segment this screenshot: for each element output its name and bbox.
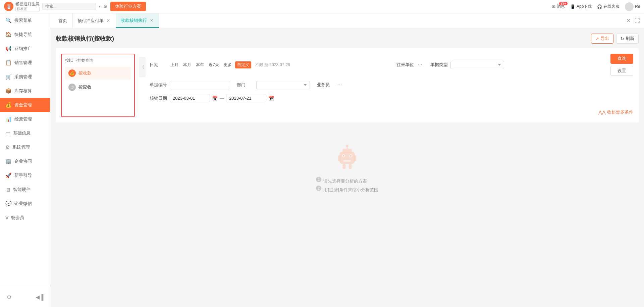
member-icon: V bbox=[5, 215, 8, 220]
date-link-thisyear[interactable]: 本年 bbox=[195, 61, 205, 68]
page-content: 收款核销执行(按收款) ↗ 导出 ↻ 刷新 按以下方案查询 bbox=[50, 28, 644, 307]
search-icon: 🔍 bbox=[5, 17, 12, 23]
query-button[interactable]: 查询 bbox=[610, 54, 633, 64]
svg-rect-11 bbox=[343, 164, 346, 169]
sidebar-item-guide[interactable]: 🚀 新手引导 bbox=[0, 168, 50, 183]
filter-option-by-receivable[interactable]: ⏱ 按应收 bbox=[65, 81, 131, 94]
avatar bbox=[625, 2, 634, 11]
collapse-filter-button[interactable]: 《 bbox=[139, 57, 146, 77]
sidebar-item-label: 基础信息 bbox=[13, 130, 31, 136]
settings-bottom-icon[interactable]: ⚙ bbox=[3, 290, 15, 304]
sidebar-item-label: 畅会员 bbox=[11, 215, 24, 221]
page-title: 收款核销执行(按收款) bbox=[56, 35, 114, 43]
tip-num-2: 2 bbox=[316, 186, 321, 191]
sidebar-item-sales[interactable]: 📋 销售管理 bbox=[0, 56, 50, 70]
refresh-label: 刷新 bbox=[626, 36, 634, 42]
sidebar-item-marketing[interactable]: 📢 营销推广 bbox=[0, 42, 50, 56]
export-button[interactable]: ↗ 导出 bbox=[591, 34, 613, 44]
receivable-option-icon: ⏱ bbox=[68, 84, 76, 91]
docno-input[interactable] bbox=[170, 81, 230, 89]
solution-button[interactable]: 休验行业方案 bbox=[110, 2, 146, 11]
collapse-sidebar-icon[interactable]: ◀▐ bbox=[32, 290, 47, 304]
sidebar-item-system[interactable]: ⚙ 系统管理 bbox=[0, 140, 50, 154]
sidebar-item-inventory[interactable]: 📦 库存核算 bbox=[0, 84, 50, 98]
sidebar-item-enterprise[interactable]: 🏢 企业协同 bbox=[0, 154, 50, 168]
sidebar-item-purchase[interactable]: 🛒 采购管理 bbox=[0, 70, 50, 84]
search-input[interactable] bbox=[42, 3, 96, 10]
sidebar-item-basic-info[interactable]: 🗃 基础信息 bbox=[0, 126, 50, 140]
message-button[interactable]: ✉ 消息 99+ bbox=[552, 4, 565, 9]
chevron-down-icon[interactable]: ▾ bbox=[99, 4, 101, 9]
doctype-filter-item: 单据类型 bbox=[430, 61, 504, 69]
online-service-label: 在线客服 bbox=[603, 4, 620, 9]
hardware-icon: 🖥 bbox=[5, 187, 10, 193]
calendar-end-icon[interactable]: 📅 bbox=[268, 96, 274, 101]
export-icon: ↗ bbox=[595, 36, 599, 41]
date-link-custom[interactable]: 自定义 bbox=[235, 61, 251, 68]
sidebar-item-label: 快捷导航 bbox=[14, 32, 32, 38]
sidebar-item-finance[interactable]: 💰 资金管理 bbox=[0, 98, 50, 112]
refresh-button[interactable]: ↻ 刷新 bbox=[616, 34, 639, 44]
collapse-more-button[interactable]: ⋀⋀ 收起更多条件 bbox=[150, 107, 633, 117]
date-label: 日期 bbox=[150, 62, 166, 68]
date-link-lastmonth[interactable]: 上月 bbox=[169, 61, 180, 68]
receivable-option-label: 按应收 bbox=[78, 84, 92, 90]
svg-rect-8 bbox=[343, 160, 351, 162]
close-tab-button[interactable]: ✕ bbox=[625, 16, 632, 25]
svg-rect-12 bbox=[349, 164, 352, 169]
tabs-left: 首页 预付冲应付单 ✕ 收款核销执行 ✕ bbox=[53, 13, 159, 28]
doctype-select[interactable] bbox=[450, 61, 504, 69]
date-link-7days[interactable]: 近7天 bbox=[207, 61, 220, 68]
tab-prepay[interactable]: 预付冲应付单 ✕ bbox=[72, 13, 116, 28]
export-label: 导出 bbox=[600, 36, 609, 42]
verify-date-label: 核销日期 bbox=[150, 95, 167, 101]
verify-date-end-input[interactable] bbox=[226, 94, 266, 102]
verify-date-range: 📅 — 📅 bbox=[170, 94, 274, 102]
staff-dots-icon[interactable]: ··· bbox=[336, 81, 343, 89]
sidebar-item-search[interactable]: 🔍 搜索菜单 bbox=[0, 13, 50, 28]
message-icon: ✉ bbox=[552, 4, 555, 9]
sidebar-item-wechat[interactable]: 💬 企业微信 bbox=[0, 197, 50, 211]
tab-label: 收款核销执行 bbox=[121, 17, 147, 23]
sidebar-item-member[interactable]: V 畅会员 bbox=[0, 211, 50, 225]
filter-conditions: 日期 上月 本月 本年 近7天 更多 自定义 不限 至 2023-07-26 bbox=[150, 54, 633, 117]
page-header: 收款核销执行(按收款) ↗ 导出 ↻ 刷新 bbox=[56, 34, 639, 44]
staff-filter-item: 业务员 ··· bbox=[317, 81, 343, 89]
filter-option-by-receipt[interactable]: 💰 按收款 bbox=[65, 67, 131, 80]
svg-point-3 bbox=[346, 145, 348, 147]
online-service-button[interactable]: 🎧 在线客服 bbox=[597, 4, 620, 9]
purchase-icon: 🛒 bbox=[5, 74, 12, 80]
expand-tab-button[interactable]: ⛶ bbox=[633, 16, 641, 25]
user-area[interactable]: Rit bbox=[625, 2, 640, 11]
message-badge: 99+ bbox=[559, 2, 568, 5]
sidebar-item-label: 库存核算 bbox=[14, 88, 32, 94]
tab-receipt-verify[interactable]: 收款核销执行 ✕ bbox=[116, 13, 159, 28]
sidebar-item-hardware[interactable]: 🖥 智能硬件 bbox=[0, 183, 50, 197]
verify-date-start-input[interactable] bbox=[170, 94, 210, 102]
date-link-more[interactable]: 更多 bbox=[222, 61, 233, 68]
filter-scheme-title: 按以下方案查询 bbox=[65, 58, 131, 63]
tab-close-icon[interactable]: ✕ bbox=[106, 18, 111, 23]
sidebar-item-management[interactable]: 📊 经营管理 bbox=[0, 112, 50, 126]
settings-button[interactable]: 设置 bbox=[610, 66, 633, 76]
system-icon: ⚙ bbox=[5, 144, 10, 150]
tab-home[interactable]: 首页 bbox=[53, 13, 72, 28]
enterprise-icon: 🏢 bbox=[5, 158, 12, 164]
receipt-option-label: 按收款 bbox=[78, 70, 92, 76]
dept-select[interactable] bbox=[256, 81, 310, 89]
date-link-thismonth[interactable]: 本月 bbox=[182, 61, 193, 68]
sidebar-item-label: 智能硬件 bbox=[13, 187, 31, 193]
tab-close-active-icon[interactable]: ✕ bbox=[149, 18, 154, 23]
partner-dots-icon[interactable]: ··· bbox=[417, 60, 424, 69]
topbar: 🐰 畅捷通好生意 标准版 ▾ ⚙ 休验行业方案 ✉ 消息 99+ 📱 App下载… bbox=[0, 0, 644, 13]
gear-icon[interactable]: ⚙ bbox=[103, 4, 108, 9]
calendar-start-icon[interactable]: 📅 bbox=[212, 96, 218, 101]
sidebar-item-label: 新手引导 bbox=[14, 172, 32, 178]
sidebar-item-navigation[interactable]: 🏠 快捷导航 bbox=[0, 28, 50, 42]
svg-rect-9 bbox=[338, 155, 340, 161]
app-download-button[interactable]: 📱 App下载 bbox=[570, 4, 592, 9]
tip-text-2: 用[过滤]条件来缩小分析范围 bbox=[323, 186, 378, 194]
svg-rect-0 bbox=[340, 152, 355, 164]
brand-badge: 标准版 bbox=[15, 7, 40, 11]
sidebar-item-label: 资金管理 bbox=[14, 102, 32, 108]
